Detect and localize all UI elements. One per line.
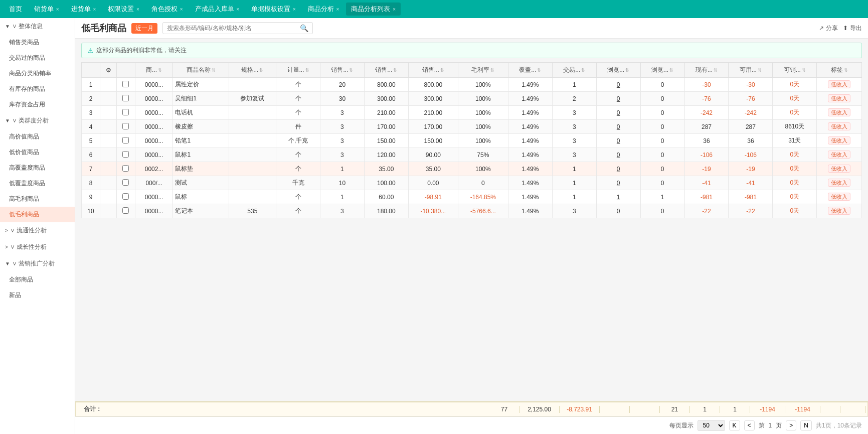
nav-close-icon[interactable]: × [291, 7, 296, 12]
cell-salable-stock: 0天 [773, 176, 817, 190]
row-checkbox[interactable] [122, 179, 129, 186]
sidebar-item-全部商品[interactable]: 全部商品 [0, 272, 75, 287]
col-header-settings[interactable]: ⚙ [100, 63, 117, 78]
cell-checkbox[interactable] [117, 148, 135, 162]
cell-code: 000/... [135, 176, 173, 190]
cell-browse-a[interactable]: 0 [596, 134, 640, 148]
row-checkbox[interactable] [122, 95, 129, 101]
page-label: 第 [759, 421, 765, 430]
row-checkbox[interactable] [122, 81, 129, 87]
sidebar-item-库存资金占用[interactable]: 库存资金占用 [0, 97, 75, 112]
nav-item-首页[interactable]: 首页 [4, 3, 27, 16]
footer-current-stock: -1194 [750, 406, 785, 413]
cell-browse-a[interactable]: 0 [596, 78, 640, 92]
sidebar-item-高价值商品[interactable]: 高价值商品 [0, 129, 75, 144]
table-row: 50000...铅笔1个,千克3150.00150.00100%1.49%300… [82, 134, 862, 148]
sidebar-item-低价值商品[interactable]: 低价值商品 [0, 144, 75, 160]
nav-item-角色授权[interactable]: 角色授权 × [146, 3, 188, 16]
sidebar-item-交易过的商品[interactable]: 交易过的商品 [0, 50, 75, 66]
cell-browse-a[interactable]: 0 [596, 106, 640, 120]
search-icon[interactable]: 🔍 [300, 24, 308, 32]
cell-sales-profit: -98.91 [408, 190, 458, 204]
cell-browse-a[interactable]: 1 [596, 190, 640, 204]
cell-checkbox[interactable] [117, 120, 135, 134]
cell-browse-a[interactable]: 0 [596, 176, 640, 190]
cell-checkbox[interactable] [117, 190, 135, 204]
cell-name: 属性定价 [173, 78, 229, 92]
sidebar-item-新品[interactable]: 新品 [0, 287, 75, 303]
cell-browse-b: 0 [640, 120, 684, 134]
cell-browse-a[interactable]: 0 [596, 204, 640, 218]
nav-item-单据模板设置[interactable]: 单据模板设置 × [246, 3, 301, 16]
cell-transactions: 1 [552, 190, 596, 204]
row-checkbox[interactable] [122, 165, 129, 172]
nav-close-icon[interactable]: × [135, 7, 139, 12]
col-header-checkbox[interactable] [117, 63, 135, 78]
cell-browse-b: 1 [640, 190, 684, 204]
cell-checkbox[interactable] [117, 106, 135, 120]
per-page-select[interactable]: 50 100 [698, 420, 725, 431]
sidebar-item-高毛利商品[interactable]: 高毛利商品 [0, 191, 75, 207]
cell-transactions: 3 [552, 120, 596, 134]
cell-checkbox[interactable] [117, 92, 135, 106]
cell-coverage: 1.49% [508, 148, 552, 162]
cell-available-stock: -22 [729, 204, 773, 218]
first-page-button[interactable]: K [729, 420, 740, 430]
cell-browse-a[interactable]: 0 [596, 120, 640, 134]
nav-close-icon[interactable]: × [335, 7, 339, 12]
footer-salable-empty [820, 406, 840, 413]
row-checkbox[interactable] [122, 123, 129, 129]
sidebar-section-流通性分析[interactable]: >∨ 流通性分析 [0, 222, 75, 239]
cell-checkbox[interactable] [117, 78, 135, 92]
nav-close-icon[interactable]: × [55, 7, 59, 12]
sidebar-item-低毛利商品[interactable]: 低毛利商品 [0, 207, 75, 222]
sidebar-section-成长性分析[interactable]: >∨ 成长性分析 [0, 239, 75, 255]
row-checkbox[interactable] [122, 137, 129, 143]
nav-item-销货单[interactable]: 销货单 × [29, 3, 64, 16]
sidebar-item-低覆盖度商品[interactable]: 低覆盖度商品 [0, 176, 75, 191]
row-checkbox[interactable] [122, 193, 129, 200]
footer-label: 合计： [78, 405, 108, 413]
sidebar-item-有库存的商品[interactable]: 有库存的商品 [0, 81, 75, 97]
prev-page-button[interactable]: < [744, 420, 755, 430]
cell-browse-a[interactable]: 0 [596, 92, 640, 106]
nav-close-icon[interactable]: × [391, 7, 396, 12]
last-page-button[interactable]: N [800, 420, 812, 430]
cell-browse-a[interactable]: 0 [596, 162, 640, 176]
period-tag-button[interactable]: 近一月 [131, 23, 157, 34]
cell-gross-rate: 100% [458, 78, 508, 92]
sidebar-section-整体信息[interactable]: ▼∨ 整体信息 [0, 18, 75, 35]
export-button[interactable]: ⬆ 导出 [843, 24, 862, 33]
row-checkbox[interactable] [122, 207, 129, 214]
share-button[interactable]: ↗ 分享 [819, 24, 838, 33]
row-checkbox[interactable] [122, 109, 129, 115]
sort-icon: ⇅ [844, 68, 848, 73]
row-checkbox[interactable] [122, 151, 129, 158]
search-input[interactable] [167, 25, 300, 32]
sidebar-item-销售类商品[interactable]: 销售类商品 [0, 35, 75, 50]
cell-checkbox[interactable] [117, 204, 135, 218]
nav-item-进货单[interactable]: 进货单 × [66, 3, 101, 16]
cell-code: 0000... [135, 120, 173, 134]
sidebar-section-营销推广分析[interactable]: ▼∨ 营销推广分析 [0, 255, 75, 272]
sidebar-section-类群度分析[interactable]: ▼∨ 类群度分析 [0, 112, 75, 129]
next-page-button[interactable]: > [786, 420, 796, 430]
cell-checkbox[interactable] [117, 176, 135, 190]
cell-no: 7 [82, 162, 100, 176]
nav-item-商品分析[interactable]: 商品分析 × [303, 3, 344, 16]
nav-item-产成品入库单[interactable]: 产成品入库单 × [190, 3, 245, 16]
cell-sales-qty: 3 [320, 148, 365, 162]
cell-checkbox[interactable] [117, 134, 135, 148]
nav-item-商品分析列表[interactable]: 商品分析列表 × [346, 3, 401, 16]
nav-close-icon[interactable]: × [92, 7, 96, 12]
nav-close-icon[interactable]: × [179, 7, 183, 12]
table-row: 20000...吴细细1参加复试个30300.00300.00100%1.49%… [82, 92, 862, 106]
nav-item-权限设置[interactable]: 权限设置 × [103, 3, 144, 16]
table-row: 8000/...测试千克10100.000.0001.49%100-41-410… [82, 176, 862, 190]
cell-sales-profit: 35.00 [408, 162, 458, 176]
sidebar-item-商品分类助销率[interactable]: 商品分类助销率 [0, 66, 75, 81]
cell-browse-a[interactable]: 0 [596, 148, 640, 162]
cell-checkbox[interactable] [117, 162, 135, 176]
nav-close-icon[interactable]: × [235, 7, 240, 12]
sidebar-item-高覆盖度商品[interactable]: 高覆盖度商品 [0, 160, 75, 176]
